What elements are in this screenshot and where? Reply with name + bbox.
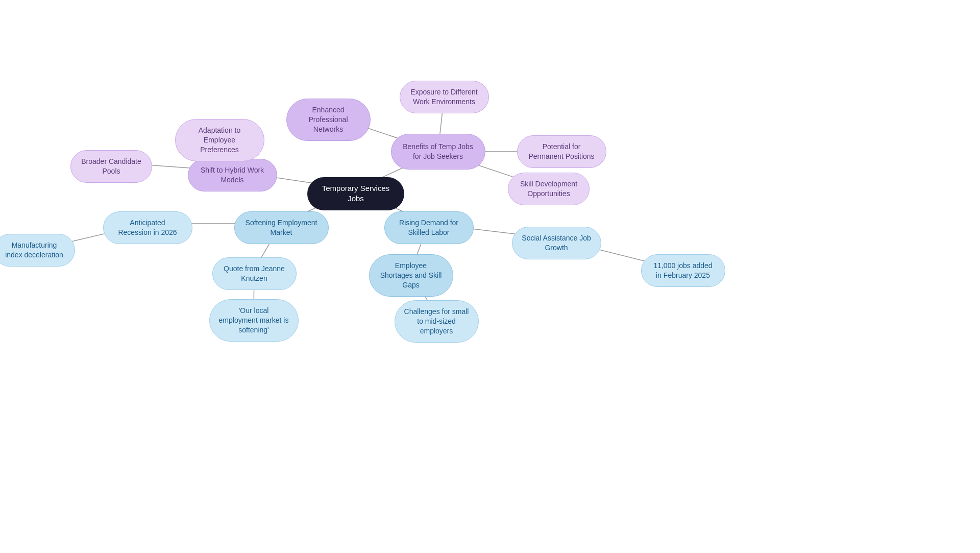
node-skill: Skill Development Opportunities — [508, 173, 590, 205]
node-center: Temporary Services Jobs — [307, 177, 404, 210]
node-broader: Broader Candidate Pools — [70, 150, 152, 183]
node-adaptation: Adaptation to Employee Preferences — [175, 119, 264, 161]
node-quote: Quote from Jeanne Knutzen — [212, 257, 297, 290]
node-enhanced: Enhanced Professional Networks — [286, 99, 371, 141]
node-manufacturing: Manufacturing index deceleration — [0, 234, 75, 267]
node-exposure: Exposure to Different Work Environments — [400, 81, 489, 113]
node-benefits: Benefits of Temp Jobs for Job Seekers — [391, 134, 485, 170]
node-challenges: Challenges for small to mid-sized employ… — [395, 300, 479, 343]
node-softening: Softening Employment Market — [234, 211, 329, 244]
node-potential: Potential for Permanent Positions — [517, 135, 606, 168]
node-rising: Rising Demand for Skilled Labor — [384, 211, 474, 244]
node-quote_text: 'Our local employment market is softenin… — [209, 299, 299, 342]
node-employee_shortages: Employee Shortages and Skill Gaps — [369, 254, 453, 297]
node-anticipated: Anticipated Recession in 2026 — [103, 211, 192, 244]
mind-map: Temporary Services JobsBenefits of Temp … — [0, 0, 980, 553]
node-hybrid: Shift to Hybrid Work Models — [188, 159, 277, 191]
node-jobs_added: 11,000 jobs added in February 2025 — [641, 254, 725, 287]
node-social: Social Assistance Job Growth — [512, 227, 601, 259]
